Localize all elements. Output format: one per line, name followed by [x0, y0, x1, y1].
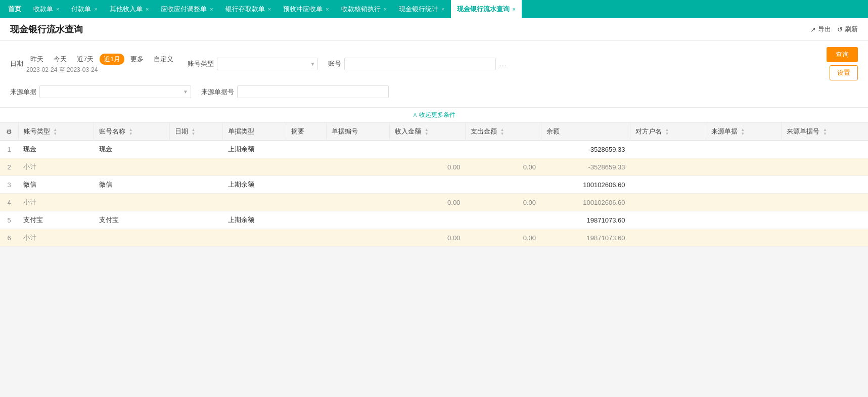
- export-label: 导出: [818, 25, 831, 34]
- date-opt-yesterday[interactable]: 昨天: [26, 54, 48, 65]
- cell-doc-no: [327, 211, 390, 229]
- close-collection-icon[interactable]: ×: [384, 6, 387, 12]
- close-cash-flow-icon[interactable]: ×: [513, 6, 516, 12]
- th-account-name[interactable]: 账号名称 ▲▼: [94, 123, 170, 141]
- sort-expense-icon: ▲▼: [500, 128, 504, 136]
- cell-source-doc: [706, 194, 782, 211]
- nav-cash-bank-stat[interactable]: 现金银行统计×: [393, 0, 450, 18]
- cell-account-name: 支付宝: [94, 211, 170, 229]
- cell-counterpart: [630, 176, 706, 194]
- th-income[interactable]: 收入金额 ▲▼: [390, 123, 466, 141]
- collapse-icon: ∧: [413, 111, 418, 118]
- close-receipts-icon[interactable]: ×: [56, 6, 59, 12]
- th-source-doc[interactable]: 来源单据 ▲▼: [706, 123, 782, 141]
- query-button[interactable]: 查询: [827, 47, 858, 62]
- date-opt-7days[interactable]: 近7天: [73, 54, 98, 65]
- date-opt-custom[interactable]: 自定义: [150, 54, 177, 65]
- cell-doc-no: [327, 229, 390, 247]
- table-row[interactable]: 4小计0.000.00100102606.60: [0, 194, 868, 211]
- cell-summary: [286, 194, 326, 211]
- cell-balance: 100102606.60: [541, 194, 630, 211]
- account-type-select-wrapper: ▼: [217, 58, 318, 70]
- cell-expense: [465, 141, 541, 158]
- cell-balance: 19871073.60: [541, 229, 630, 247]
- date-label: 日期: [10, 59, 23, 68]
- source-doc-num-label: 来源单据号: [201, 87, 234, 97]
- refresh-icon: ↺: [837, 26, 843, 33]
- nav-collection-exec[interactable]: 收款核销执行×: [335, 0, 393, 18]
- date-options-block: 昨天 今天 近7天 近1月 更多 自定义 2023-02-24 至 2023-0…: [26, 54, 177, 74]
- close-payments-icon[interactable]: ×: [94, 6, 97, 12]
- table-row[interactable]: 1现金现金上期余额-3528659.33: [0, 141, 868, 158]
- th-balance: 余额: [541, 123, 630, 141]
- th-gear[interactable]: ⚙: [0, 123, 18, 141]
- source-doc-num-input[interactable]: [237, 85, 389, 98]
- th-summary: 摘要: [286, 123, 326, 141]
- settings-button[interactable]: 设置: [830, 65, 858, 80]
- close-ar-ap-icon[interactable]: ×: [210, 6, 213, 12]
- th-expense[interactable]: 支出金额 ▲▼: [465, 123, 541, 141]
- collapse-bar[interactable]: ∧ 收起更多条件: [0, 108, 868, 123]
- cell-counterpart: [630, 211, 706, 229]
- nav-bank-deposit[interactable]: 银行存取款单×: [219, 0, 277, 18]
- account-more-dots[interactable]: ...: [499, 60, 508, 68]
- nav-other-income[interactable]: 其他收入单×: [104, 0, 155, 18]
- account-input[interactable]: [344, 58, 496, 70]
- table-header-row: ⚙ 账号类型 ▲▼ 账号名称 ▲▼ 日期 ▲▼ 单据类型 摘要 单据编号 收入金…: [0, 123, 868, 141]
- table-row[interactable]: 2小计0.000.00-3528659.33: [0, 158, 868, 176]
- filter-row-1: 日期 昨天 今天 近7天 近1月 更多 自定义 2023-02-24 至 202…: [10, 47, 858, 80]
- cell-expense: 0.00: [465, 194, 541, 211]
- export-button[interactable]: ↗ 导出: [810, 25, 831, 34]
- date-opt-today[interactable]: 今天: [50, 54, 71, 65]
- cell-account-type: 现金: [18, 141, 94, 158]
- date-opt-more[interactable]: 更多: [126, 54, 148, 65]
- cell-income: 0.00: [390, 158, 466, 176]
- refresh-button[interactable]: ↺ 刷新: [837, 25, 858, 34]
- th-doc-no: 单据编号: [327, 123, 390, 141]
- cell-doc-no: [327, 194, 390, 211]
- cell-date: [169, 158, 222, 176]
- close-prepaid-icon[interactable]: ×: [326, 6, 329, 12]
- cell-doc-no: [327, 176, 390, 194]
- cell-counterpart: [630, 158, 706, 176]
- cell-balance: 19871073.60: [541, 211, 630, 229]
- source-doc-filter-group: 来源单据 ▼: [10, 85, 191, 98]
- table-row[interactable]: 3微信微信上期余额100102606.60: [0, 176, 868, 194]
- th-source-doc-no[interactable]: 来源单据号 ▲▼: [782, 123, 868, 141]
- sort-source-doc-icon: ▲▼: [741, 128, 745, 136]
- cell-source-doc-no: [782, 141, 868, 158]
- cell-account-type: 小计: [18, 229, 94, 247]
- table-row[interactable]: 6小计0.000.0019871073.60: [0, 229, 868, 247]
- sort-account-name-icon: ▲▼: [129, 128, 133, 136]
- nav-home[interactable]: 首页: [2, 0, 27, 18]
- close-other-income-icon[interactable]: ×: [146, 6, 149, 12]
- cell-income: [390, 141, 466, 158]
- cell-income: 0.00: [390, 194, 466, 211]
- source-doc-select[interactable]: [39, 85, 191, 98]
- th-counterpart[interactable]: 对方户名 ▲▼: [630, 123, 706, 141]
- cell-income: [390, 211, 466, 229]
- nav-cash-bank-flow[interactable]: 现金银行流水查询×: [451, 0, 522, 18]
- cell-doc-type: 上期余额: [223, 141, 286, 158]
- cell-doc-type: [223, 194, 286, 211]
- table-row[interactable]: 5支付宝支付宝上期余额19871073.60: [0, 211, 868, 229]
- sort-source-doc-no-icon: ▲▼: [823, 128, 827, 136]
- account-label: 账号: [328, 59, 341, 68]
- date-options: 昨天 今天 近7天 近1月 更多 自定义: [26, 54, 177, 65]
- account-type-select[interactable]: [217, 58, 318, 70]
- cell-num: 2: [0, 158, 18, 176]
- nav-receipts[interactable]: 收款单×: [27, 0, 65, 18]
- cell-account-name: [94, 194, 170, 211]
- close-bank-deposit-icon[interactable]: ×: [268, 6, 271, 12]
- cell-doc-type: 上期余额: [223, 176, 286, 194]
- cell-expense: 0.00: [465, 229, 541, 247]
- close-cash-stat-icon[interactable]: ×: [441, 6, 444, 12]
- nav-prepaid-offset[interactable]: 预收冲应收单×: [277, 0, 335, 18]
- cell-account-name: [94, 229, 170, 247]
- date-opt-1month[interactable]: 近1月: [100, 54, 124, 65]
- th-date[interactable]: 日期 ▲▼: [169, 123, 222, 141]
- nav-payments[interactable]: 付款单×: [65, 0, 103, 18]
- th-account-type[interactable]: 账号类型 ▲▼: [18, 123, 94, 141]
- nav-ar-ap-adjust[interactable]: 应收应付调整单×: [155, 0, 219, 18]
- cell-account-type: 支付宝: [18, 211, 94, 229]
